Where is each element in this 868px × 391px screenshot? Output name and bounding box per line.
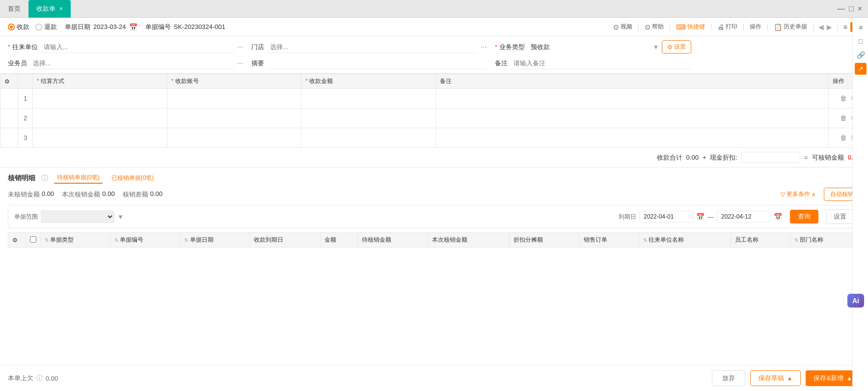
- radio-refund[interactable]: 退款: [35, 23, 57, 31]
- vt-type-col: ⇅ 单据类型: [41, 233, 110, 248]
- calendar-icon[interactable]: 📅: [129, 23, 137, 31]
- business-type-dropdown[interactable]: ▼: [653, 44, 659, 51]
- filter-row: 单据范围 ▼ 到期日 📅 — 📅 查询 设置: [8, 205, 860, 228]
- account-header: * 收款账号: [167, 74, 301, 89]
- staff-more-btn[interactable]: ···: [237, 59, 244, 68]
- divider7: [837, 23, 838, 31]
- tab-home[interactable]: 首页: [0, 0, 28, 18]
- row2-delete-icon[interactable]: 🗑: [840, 114, 847, 122]
- date-from-input[interactable]: [639, 211, 693, 223]
- help-btn[interactable]: ⊙ 帮助: [643, 22, 666, 32]
- store-more-btn[interactable]: ···: [481, 43, 487, 52]
- discount-input[interactable]: [741, 152, 800, 163]
- verify-info-icon[interactable]: ⓘ: [41, 174, 48, 183]
- counterpart-more-btn[interactable]: ···: [237, 43, 244, 52]
- operation-btn[interactable]: 操作: [748, 22, 763, 32]
- remark-input[interactable]: [511, 57, 691, 69]
- row1-settle[interactable]: [33, 89, 167, 109]
- row1-remark[interactable]: [436, 89, 829, 109]
- verify-table: ⚙ ⇅ 单据类型 ⇅ 单据编号 ⇅ 单据日期 收款到期日 金额 待核销金额 本次…: [8, 232, 860, 248]
- tab-done[interactable]: 已核销单据(0笔): [108, 173, 157, 183]
- vt-due-date-col: 收款到期日: [250, 233, 320, 248]
- row2-num: 2: [18, 109, 33, 128]
- row3-settle[interactable]: [33, 128, 167, 148]
- discount-label: 现金折扣:: [710, 153, 737, 162]
- window-close-btn[interactable]: ×: [858, 4, 862, 13]
- settings-label: 设置: [674, 43, 686, 51]
- store-input[interactable]: [267, 41, 478, 53]
- row2-amount[interactable]: [301, 109, 436, 128]
- vt-this-amount-col: 本次核销金额: [428, 233, 510, 248]
- date-range-group: 到期日 📅 — 📅: [619, 211, 782, 223]
- print-btn[interactable]: 🖨 打印: [715, 22, 739, 32]
- counterpart-input[interactable]: [41, 41, 234, 53]
- remark-group: 备注: [495, 57, 691, 69]
- divider2: [670, 23, 670, 31]
- row2-account[interactable]: [167, 109, 301, 128]
- row-num-header: [18, 74, 33, 89]
- remark-label: 备注: [495, 59, 508, 68]
- row2-remark[interactable]: [436, 109, 829, 128]
- video-icon: ⊙: [613, 23, 619, 31]
- video-btn[interactable]: ⊙ 视频: [611, 22, 634, 32]
- remark-col-header: 备注: [436, 74, 829, 89]
- date-label: 单据日期: [65, 23, 90, 31]
- verify-table-header: ⚙ ⇅ 单据类型 ⇅ 单据编号 ⇅ 单据日期 收款到期日 金额 待核销金额 本次…: [8, 233, 860, 248]
- row3-delete-icon[interactable]: 🗑: [840, 134, 847, 141]
- tab-pending[interactable]: 待核销单据(0笔): [54, 172, 103, 184]
- row3-account[interactable]: [167, 128, 301, 148]
- form-fields: * 往来单位 ··· 门店 ··· * 业务类型 预收款 ▼ ⚙ 设置: [0, 36, 868, 74]
- select-all-checkbox[interactable]: [30, 236, 36, 243]
- row3-remark[interactable]: [436, 128, 829, 148]
- date-from-calendar[interactable]: 📅: [696, 213, 705, 221]
- ai-badge-label: Ai: [852, 297, 859, 305]
- row2-settle[interactable]: [33, 109, 167, 128]
- sidebar-icon-4[interactable]: ↗: [855, 63, 867, 75]
- discard-btn[interactable]: 放弃: [712, 370, 745, 386]
- query-btn[interactable]: 查询: [790, 210, 818, 223]
- ai-badge[interactable]: Ai: [847, 294, 864, 307]
- nav-next[interactable]: ▶: [826, 23, 833, 31]
- vt-discount-col: 折扣分摊额: [509, 233, 579, 248]
- shortcut-btn[interactable]: ⌨ 快捷键: [674, 22, 707, 32]
- date-to-calendar[interactable]: 📅: [774, 213, 782, 221]
- nav-prev[interactable]: ◀: [817, 23, 825, 31]
- print-icon: 🖨: [717, 23, 724, 31]
- date-to-input[interactable]: [717, 211, 771, 223]
- more-conditions-btn[interactable]: ▽ 更多条件 ∧: [781, 190, 816, 198]
- save-draft-btn[interactable]: 保存草稿 ▲: [750, 370, 801, 386]
- sidebar-icon-2[interactable]: □: [855, 35, 867, 47]
- range-filter-label: 单据范围: [14, 213, 38, 221]
- footer-info-icon: ⓘ: [36, 374, 43, 383]
- sort-icon2: ⇅: [114, 237, 118, 243]
- stat-unchecked: 未核销金额 0.00: [8, 190, 54, 199]
- table-header-row: ⚙ * 结算方式 * 收款账号 * 收款金额 备注 操作: [0, 74, 868, 89]
- row3-amount[interactable]: [301, 128, 436, 148]
- staff-input[interactable]: [30, 57, 234, 69]
- summary-input[interactable]: [267, 57, 487, 69]
- tab-receipt[interactable]: 收款单 ×: [28, 0, 71, 18]
- total-label: 收款合计: [657, 153, 682, 162]
- sidebar-icon-3[interactable]: 🔗: [855, 49, 867, 61]
- row1-amount[interactable]: [301, 89, 436, 109]
- vt-check-col: [26, 233, 41, 248]
- tab-bar: 首页 收款单 × — □ ×: [0, 0, 868, 18]
- row1-account[interactable]: [167, 89, 301, 109]
- diff-value: 0.00: [150, 190, 163, 199]
- radio-receipt[interactable]: 收款: [8, 23, 29, 31]
- print-label: 打印: [726, 23, 737, 31]
- sidebar-icon-1[interactable]: ≡: [855, 22, 867, 33]
- history-btn[interactable]: 📋 历史单据: [772, 22, 809, 32]
- settings-button[interactable]: ⚙ 设置: [662, 40, 691, 54]
- row1-delete-icon[interactable]: 🗑: [840, 94, 847, 102]
- business-type-group: * 业务类型 预收款 ▼ ⚙ 设置: [495, 40, 691, 54]
- window-max-btn[interactable]: □: [849, 4, 854, 13]
- counterpart-group: * 往来单位 ···: [8, 41, 244, 53]
- range-filter-select[interactable]: [41, 210, 114, 223]
- row3-num: 3: [18, 128, 33, 148]
- form-header: 收款 退款 单据日期 2023-03-24 📅 单据编号 SK-20230324…: [0, 18, 868, 36]
- layout-list-icon[interactable]: ≡: [841, 22, 849, 32]
- tab-close-icon[interactable]: ×: [59, 5, 63, 12]
- filter-settings-btn[interactable]: 设置: [826, 209, 854, 224]
- window-min-btn[interactable]: —: [837, 4, 845, 13]
